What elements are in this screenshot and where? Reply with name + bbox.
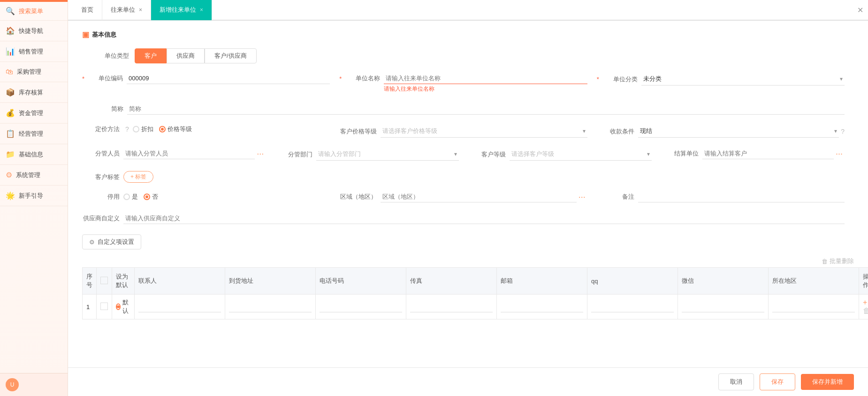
sidebar-item-purchase[interactable]: 🛍 采购管理 xyxy=(0,62,68,82)
sidebar-item-label: 销售管理 xyxy=(19,47,43,56)
tab-counterparty[interactable]: 往来单位 × xyxy=(102,0,151,20)
region-dots-button[interactable]: ··· xyxy=(577,193,587,201)
gear-icon: ⚙ xyxy=(89,239,95,246)
pricing-discount-option[interactable]: 折扣 xyxy=(133,125,153,133)
sidebar-item-system[interactable]: ⚙ 系统管理 xyxy=(0,165,68,186)
col-fax-header: 传真 xyxy=(406,268,497,295)
manager-dots-button[interactable]: ··· xyxy=(255,149,266,158)
select-all-checkbox[interactable] xyxy=(100,277,108,284)
sidebar-item-operations[interactable]: 📋 经营管理 xyxy=(0,124,68,144)
tab-home[interactable]: 首页 xyxy=(73,0,102,20)
batch-delete-label: 批量删除 xyxy=(830,257,854,265)
sidebar-item-guide[interactable]: 🌟 新手引导 xyxy=(0,186,68,206)
tab-home-label: 首页 xyxy=(81,6,93,14)
row-wechat-cell xyxy=(678,295,769,319)
sidebar-item-sales[interactable]: 📊 销售管理 xyxy=(0,41,68,62)
purchase-icon: 🛍 xyxy=(6,68,13,76)
form-row-4: 分管人员 ··· 分管部门 请输入分管部门 ▾ 客户等级 请选择客户等级 ▾ 结… xyxy=(82,148,854,163)
payment-terms-select[interactable]: 现结 ▾ xyxy=(638,125,839,138)
tab-new-counterparty-close[interactable]: × xyxy=(200,7,203,13)
abbr-label: 简称 xyxy=(86,105,123,113)
category-select[interactable]: 未分类 ▾ xyxy=(641,73,845,85)
disable-label: 停用 xyxy=(82,193,120,201)
tab-counterparty-close[interactable]: × xyxy=(139,7,142,13)
row-phone-input[interactable] xyxy=(320,301,402,312)
customer-price-level-select[interactable]: 请选择客户价格等级 ▾ xyxy=(381,125,587,138)
remark-input[interactable] xyxy=(638,191,845,202)
disable-no-radio[interactable] xyxy=(144,194,150,200)
row-email-input[interactable] xyxy=(501,301,583,312)
col-qq-header: qq xyxy=(587,268,678,295)
batch-delete-button[interactable]: 🗑 批量删除 xyxy=(822,257,854,265)
region-input[interactable] xyxy=(381,191,576,202)
department-arrow: ▾ xyxy=(454,151,457,157)
unit-type-supplier-button[interactable]: 供应商 xyxy=(167,48,205,63)
disable-yes-radio[interactable] xyxy=(123,194,130,200)
close-all-tabs-button[interactable]: ✕ xyxy=(857,6,863,15)
sidebar-item-label: 库存核算 xyxy=(19,88,43,97)
row-wechat-input[interactable] xyxy=(682,301,764,312)
pricing-discount-radio[interactable] xyxy=(133,126,139,132)
section-basic-info: ▣ 基本信息 xyxy=(82,30,854,39)
row-fax-input[interactable] xyxy=(410,301,493,312)
finance-icon: 💰 xyxy=(6,109,15,117)
disable-no-option[interactable]: 否 xyxy=(144,193,158,201)
customer-level-field: 客户等级 请选择客户等级 ▾ xyxy=(468,148,652,161)
col-wechat-header: 微信 xyxy=(678,268,769,295)
row-checkbox[interactable] xyxy=(100,303,108,310)
col-default-header: 设为默认 xyxy=(112,268,135,295)
custom-settings-button[interactable]: ⚙ 自定义项设置 xyxy=(82,234,141,249)
pricing-level-label: 价格等级 xyxy=(168,125,192,133)
sidebar-item-basic-info[interactable]: 📁 基础信息 xyxy=(0,144,68,165)
name-input[interactable] xyxy=(384,73,587,84)
add-row-button[interactable]: + xyxy=(863,298,867,306)
save-button[interactable]: 保存 xyxy=(760,373,795,390)
sidebar-item-inventory[interactable]: 📦 库存核算 xyxy=(0,82,68,103)
settlement-unit-dots-button[interactable]: ··· xyxy=(834,149,845,158)
sidebar-item-label: 基础信息 xyxy=(19,150,43,159)
save-and-new-button[interactable]: 保存并新增 xyxy=(801,374,854,390)
customer-price-level-field: 客户价格等级 请选择客户价格等级 ▾ xyxy=(339,125,587,138)
pricing-level-option[interactable]: 价格等级 xyxy=(159,125,192,133)
row-contact-input[interactable] xyxy=(138,301,221,312)
pricing-help-icon[interactable]: ? xyxy=(125,125,129,133)
row-qq-input[interactable] xyxy=(591,301,674,312)
disable-yes-option[interactable]: 是 xyxy=(123,193,138,201)
manager-input[interactable] xyxy=(123,148,255,159)
unit-type-both-button[interactable]: 客户/供应商 xyxy=(205,48,257,63)
abbr-input[interactable] xyxy=(127,103,845,115)
row-region-input[interactable] xyxy=(772,301,855,312)
sidebar-item-finance[interactable]: 💰 资金管理 xyxy=(0,103,68,124)
pricing-level-radio[interactable] xyxy=(159,126,166,132)
delete-row-button[interactable]: 🗑 xyxy=(863,307,868,315)
settlement-unit-label: 结算单位 xyxy=(661,149,699,158)
row-region-cell xyxy=(769,295,859,319)
form-row-3: 定价方法 ? 折扣 价格等级 客户价格等级 请选择客户价格等级 xyxy=(82,125,854,140)
code-label: 单位编码 xyxy=(85,74,123,83)
sidebar-item-label: 资金管理 xyxy=(19,109,43,117)
tab-new-counterparty[interactable]: 新增往来单位 × xyxy=(151,0,212,20)
supplier-custom-input[interactable] xyxy=(123,213,845,224)
tab-bar: 首页 往来单位 × 新增往来单位 × ✕ xyxy=(68,0,868,21)
row-default-radio[interactable] xyxy=(116,303,121,310)
pricing-discount-label: 折扣 xyxy=(141,125,153,133)
cancel-button[interactable]: 取消 xyxy=(718,373,754,390)
add-tag-button[interactable]: + 标签 xyxy=(123,171,153,183)
col-seq-header: 序号 xyxy=(83,268,97,295)
unit-type-customer-button[interactable]: 客户 xyxy=(135,48,167,63)
department-select[interactable]: 请输入分管部门 ▾ xyxy=(316,148,458,161)
pricing-label: 定价方法 xyxy=(82,125,120,133)
search-menu-item[interactable]: 🔍 搜索菜单 xyxy=(0,2,68,21)
code-input[interactable] xyxy=(127,73,330,84)
abbr-field: 简称 xyxy=(82,103,845,115)
tags-row: 客户标签 + 标签 xyxy=(82,171,854,183)
row-default-radio-option[interactable]: 默认 xyxy=(116,298,130,315)
code-required-star: * xyxy=(82,75,84,82)
search-menu-label: 搜索菜单 xyxy=(19,7,43,16)
settlement-unit-input[interactable] xyxy=(702,148,834,159)
row-address-input[interactable] xyxy=(229,301,312,312)
customer-level-select[interactable]: 请选择客户等级 ▾ xyxy=(510,148,652,161)
sidebar-item-quick-nav[interactable]: 🏠 快捷导航 xyxy=(0,21,68,41)
remark-field: 备注 xyxy=(597,191,845,202)
payment-terms-help-icon[interactable]: ? xyxy=(841,128,845,135)
